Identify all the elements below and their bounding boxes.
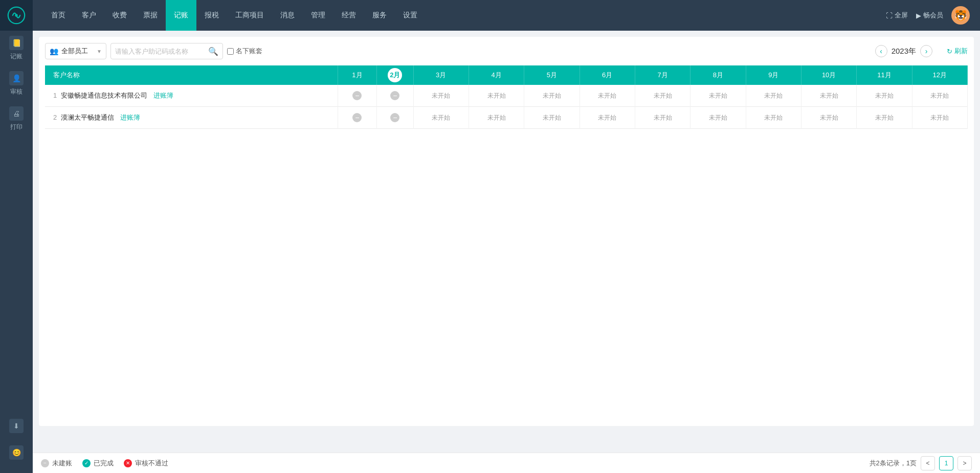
col-m8: 8月 xyxy=(691,65,746,85)
user-icon: 😊 xyxy=(9,445,24,460)
search-button[interactable]: 🔍 xyxy=(208,47,218,56)
year-label: 2023年 xyxy=(892,47,916,56)
nav-fees[interactable]: 收费 xyxy=(104,0,135,31)
col-m3: 3月 xyxy=(413,65,469,85)
sidebar-logo xyxy=(0,0,33,31)
nav-service[interactable]: 服务 xyxy=(364,0,395,31)
topnav: 首页 客户 收费 票据 记账 报税 工商项目 消息 管理 经营 服务 设置 ⛶ … xyxy=(33,0,980,31)
col-m2: 2月 xyxy=(376,65,413,85)
status-not-started: 未开始 xyxy=(875,92,894,99)
cell-month-0-4: 未开始 xyxy=(524,85,580,107)
sidebar: 📒 记账 👤 审核 🖨 打印 ⬇ 😊 xyxy=(0,0,33,473)
page-next-button[interactable]: > xyxy=(957,456,972,470)
status-not-started: 未开始 xyxy=(820,92,838,99)
cell-month-0-10: 未开始 xyxy=(857,85,912,107)
nav-ops[interactable]: 经营 xyxy=(333,0,364,31)
sidebar-bottom: ⬇ 😊 xyxy=(0,414,33,465)
search-wrap: 🔍 xyxy=(110,43,223,59)
status-not-started: 未开始 xyxy=(875,114,894,121)
cell-month-1-1: − xyxy=(376,107,413,129)
status-not-started: 未开始 xyxy=(930,92,949,99)
cell-month-1-2: 未开始 xyxy=(413,107,469,129)
cell-month-1-0: − xyxy=(338,107,376,129)
status-not-started: 未开始 xyxy=(654,92,672,99)
cell-month-0-2: 未开始 xyxy=(413,85,469,107)
table-header-row: 客户名称 1月 2月 3月 4月 5月 6月 7月 8月 9月 10月 11月 xyxy=(45,65,968,85)
refresh-icon: ↻ xyxy=(947,48,952,55)
nav-tax[interactable]: 报税 xyxy=(196,0,227,31)
my-accounts-check[interactable] xyxy=(227,48,234,55)
page-prev-button[interactable]: < xyxy=(921,456,935,470)
pagination-info: 共2条记录，1页 xyxy=(870,459,917,468)
legend-red-dot: ✕ xyxy=(124,459,132,467)
company-name: 安徽畅捷通信息技术有限公司 xyxy=(61,92,147,99)
cell-month-0-9: 未开始 xyxy=(801,85,856,107)
year-nav: ‹ 2023年 › xyxy=(875,45,932,57)
status-not-started: 未开始 xyxy=(487,92,506,99)
table-row: 1安徽畅捷通信息技术有限公司进账簿−−未开始未开始未开始未开始未开始未开始未开始… xyxy=(45,85,968,107)
col-m9: 9月 xyxy=(746,65,801,85)
sidebar-item-audit[interactable]: 👤 审核 xyxy=(0,66,33,101)
cell-month-0-5: 未开始 xyxy=(580,85,635,107)
status-not-started: 未开始 xyxy=(432,114,450,121)
col-m1: 1月 xyxy=(338,65,376,85)
status-not-built: − xyxy=(390,113,399,122)
cell-month-1-6: 未开始 xyxy=(635,107,690,129)
svg-point-1 xyxy=(15,14,17,16)
status-not-started: 未开始 xyxy=(764,92,783,99)
avatar[interactable]: 🐯 xyxy=(951,6,970,25)
cell-month-1-3: 未开始 xyxy=(469,107,524,129)
nav-ledger[interactable]: 记账 xyxy=(166,0,196,31)
nav-clients[interactable]: 客户 xyxy=(74,0,104,31)
cell-month-1-10: 未开始 xyxy=(857,107,912,129)
year-prev-button[interactable]: ‹ xyxy=(875,45,887,57)
fullscreen-icon: ⛶ xyxy=(886,12,893,19)
employee-filter-text: 全部员工 xyxy=(61,47,88,56)
status-not-started: 未开始 xyxy=(820,114,838,121)
member-icon: ▶ xyxy=(916,12,921,19)
content: 👥 全部员工 ▼ 🔍 名下账套 ‹ 2023年 › xyxy=(33,31,980,453)
topnav-right: ⛶ 全屏 ▶ 畅会员 🐯 xyxy=(886,6,970,25)
nav-bizitems[interactable]: 工商项目 xyxy=(227,0,272,31)
toolbar: 👥 全部员工 ▼ 🔍 名下账套 ‹ 2023年 › xyxy=(45,43,968,59)
cell-name-0: 1安徽畅捷通信息技术有限公司进账簿 xyxy=(45,85,338,107)
row-num: 2 xyxy=(53,114,57,121)
col-m11: 11月 xyxy=(857,65,912,85)
refresh-button[interactable]: ↻ 刷新 xyxy=(947,47,968,56)
status-not-started: 未开始 xyxy=(432,92,450,99)
sidebar-item-print[interactable]: 🖨 打印 xyxy=(0,101,33,137)
page-current-button[interactable]: 1 xyxy=(939,456,953,470)
print-icon: 🖨 xyxy=(9,106,24,121)
year-next-button[interactable]: › xyxy=(920,45,932,57)
company-name: 漠澜太平畅捷通信 xyxy=(61,114,114,121)
main-area: 首页 客户 收费 票据 记账 报税 工商项目 消息 管理 经营 服务 设置 ⛶ … xyxy=(33,0,980,473)
enter-ledger-link[interactable]: 进账簿 xyxy=(153,92,173,99)
table-row: 2漠澜太平畅捷通信进账簿−−未开始未开始未开始未开始未开始未开始未开始未开始未开… xyxy=(45,107,968,129)
search-input[interactable] xyxy=(115,48,205,55)
status-not-started: 未开始 xyxy=(930,114,949,121)
nav-settings[interactable]: 设置 xyxy=(395,0,426,31)
nav-home[interactable]: 首页 xyxy=(43,0,74,31)
legend-completed: ✓ 已完成 xyxy=(82,459,114,468)
sidebar-item-download[interactable]: ⬇ xyxy=(0,414,33,438)
status-not-started: 未开始 xyxy=(598,92,616,99)
cell-month-0-6: 未开始 xyxy=(635,85,690,107)
nav-manage[interactable]: 管理 xyxy=(303,0,333,31)
legend-teal-dot: ✓ xyxy=(82,459,91,467)
sidebar-item-ledger[interactable]: 📒 记账 xyxy=(0,31,33,66)
status-not-started: 未开始 xyxy=(654,114,672,121)
employee-filter[interactable]: 👥 全部员工 ▼ xyxy=(45,43,106,59)
enter-ledger-link[interactable]: 进账簿 xyxy=(120,114,140,121)
audit-icon: 👤 xyxy=(9,71,24,85)
cell-month-1-4: 未开始 xyxy=(524,107,580,129)
fullscreen-button[interactable]: ⛶ 全屏 xyxy=(886,11,908,20)
member-button[interactable]: ▶ 畅会员 xyxy=(916,11,943,20)
nav-invoices[interactable]: 票据 xyxy=(135,0,166,31)
status-not-started: 未开始 xyxy=(543,92,561,99)
nav-messages[interactable]: 消息 xyxy=(272,0,303,31)
data-table: 客户名称 1月 2月 3月 4月 5月 6月 7月 8月 9月 10月 11月 xyxy=(45,65,968,129)
cell-month-1-8: 未开始 xyxy=(746,107,801,129)
my-accounts-checkbox[interactable]: 名下账套 xyxy=(227,47,262,56)
sidebar-item-user[interactable]: 😊 xyxy=(0,440,33,465)
employee-filter-icon: 👥 xyxy=(50,47,58,55)
